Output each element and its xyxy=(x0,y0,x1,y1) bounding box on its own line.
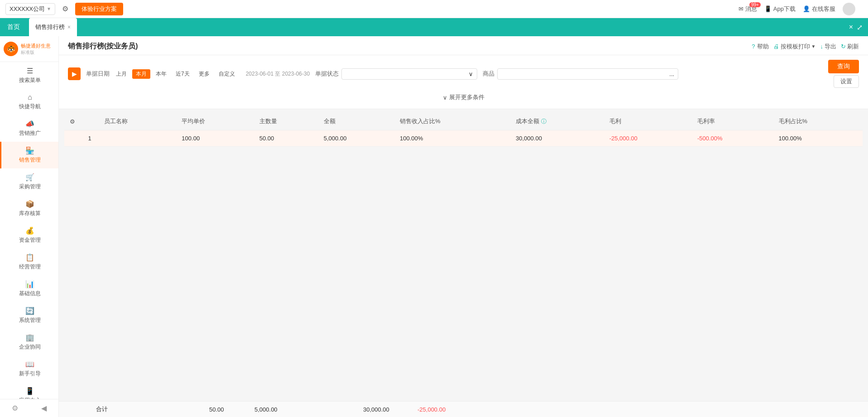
footer-cell-empty2 xyxy=(72,402,91,417)
avatar[interactable] xyxy=(843,3,855,15)
goods-filter: 商品 ... xyxy=(483,68,678,80)
date-tab-cur-month[interactable]: 本月 xyxy=(132,69,150,79)
cell-cost: 30,000.00 xyxy=(510,130,604,147)
help-label: 帮助 xyxy=(757,43,769,51)
status-select[interactable]: ∨ xyxy=(341,68,477,80)
status-filter: 单据状态 ∨ xyxy=(315,68,477,80)
tab-bar-right: × ⤢ xyxy=(849,23,868,32)
col-employee-name: 员工名称 xyxy=(99,113,176,130)
company-selector[interactable]: XXXXXX公司 ▼ xyxy=(5,3,55,15)
sidebar-settings-icon[interactable]: ⚙ xyxy=(12,404,18,412)
sidebar-collapse-icon[interactable]: ◀ xyxy=(41,404,47,412)
sidebar-item-label: 新手引导 xyxy=(19,370,41,378)
col-settings[interactable]: ⚙ xyxy=(64,113,81,130)
window-close-icon[interactable]: × xyxy=(849,23,853,31)
tab-home[interactable]: 首页 xyxy=(0,18,27,36)
settings-icon[interactable]: ⚙ xyxy=(59,3,72,15)
tab-close-icon[interactable]: × xyxy=(67,24,71,30)
sidebar-item-label: 基础信息 xyxy=(19,290,41,297)
refresh-button[interactable]: ↻ 刷新 xyxy=(841,43,859,51)
date-filter: 单据日期 上月 本月 本年 近7天 更多 自定义 xyxy=(86,69,239,79)
help-button[interactable]: ? 帮助 xyxy=(752,43,768,51)
header-actions: ? 帮助 🖨 按模板打印 ▼ ↓ 导出 ↻ 刷新 xyxy=(752,43,859,51)
message-button[interactable]: ✉ 消息 99+ xyxy=(739,5,757,13)
filter-toggle-btn[interactable]: ▶ xyxy=(68,67,81,80)
finance-icon: 💰 xyxy=(25,226,34,235)
sidebar-item-label: 库存核算 xyxy=(19,210,41,217)
filter-row: ▶ 单据日期 上月 本月 本年 近7天 更多 自定义 2023-06-01 至 xyxy=(68,60,859,88)
guide-icon: 📖 xyxy=(25,360,34,369)
sidebar-item-app-center[interactable]: 📱 应用中心 xyxy=(0,382,58,399)
operations-icon: 📋 xyxy=(25,253,34,262)
table-header-row: ⚙ 员工名称 平均单价 主数量 全额 销售收入占比% 成本全额 ⓘ 毛利 毛利率… xyxy=(64,113,863,130)
sales-icon: 🏪 xyxy=(25,146,34,155)
sidebar-item-quick-nav[interactable]: ⌂ 快捷导航 xyxy=(0,89,58,115)
date-tab-cur-year[interactable]: 本年 xyxy=(152,69,170,79)
print-button[interactable]: 🖨 按模板打印 ▼ xyxy=(773,43,816,51)
sidebar-item-marketing[interactable]: 📣 营销推广 xyxy=(0,115,58,142)
expand-more-wrap: ∨ 展开更多条件 xyxy=(68,91,859,104)
sidebar-item-sales[interactable]: 🏪 销售管理 xyxy=(0,142,58,168)
main-layout: 🐯 畅捷通好生意标准版 ☰ 搜索菜单 ⌂ 快捷导航 📣 营销推广 🏪 销售管理 … xyxy=(0,36,868,417)
sidebar-item-label: 资金管理 xyxy=(19,236,41,244)
trial-button[interactable]: 体验行业方案 xyxy=(75,3,123,15)
filter-settings-button[interactable]: 设置 xyxy=(834,75,859,88)
goods-more-icon: ... xyxy=(669,71,674,77)
date-label: 单据日期 xyxy=(86,70,110,78)
help-icon: ? xyxy=(752,43,755,50)
export-button[interactable]: ↓ 导出 xyxy=(820,43,837,51)
sidebar-bottom: ⚙ ◀ xyxy=(0,399,58,417)
status-label: 单据状态 xyxy=(315,70,339,78)
online-service-label: 在线客服 xyxy=(812,5,835,13)
footer-cell-empty1 xyxy=(59,402,72,417)
sidebar-item-base-info[interactable]: 📊 基础信息 xyxy=(0,275,58,302)
sidebar-item-purchase[interactable]: 🛒 采购管理 xyxy=(0,168,58,195)
cost-info-icon[interactable]: ⓘ xyxy=(541,118,547,125)
date-tab-more[interactable]: 更多 xyxy=(195,69,213,79)
chevron-down-icon: ▼ xyxy=(47,6,51,11)
sidebar-item-label: 销售管理 xyxy=(19,156,41,164)
sidebar-item-search[interactable]: ☰ 搜索菜单 xyxy=(0,62,58,89)
table-head: ⚙ 员工名称 平均单价 主数量 全额 销售收入占比% 成本全额 ⓘ 毛利 毛利率… xyxy=(64,113,863,130)
sidebar-item-guide[interactable]: 📖 新手引导 xyxy=(0,355,58,382)
col-cost: 成本全额 ⓘ xyxy=(510,113,604,130)
data-table: ⚙ 员工名称 平均单价 主数量 全额 销售收入占比% 成本全额 ⓘ 毛利 毛利率… xyxy=(64,113,863,147)
app-center-icon: 📱 xyxy=(25,387,34,395)
sidebar-item-enterprise[interactable]: 🏢 企业协同 xyxy=(0,329,58,355)
app-download-label: App下载 xyxy=(773,5,796,13)
tab-sales-ranking[interactable]: 销售排行榜 × xyxy=(29,18,77,36)
goods-select[interactable]: ... xyxy=(497,68,678,80)
expand-label: 展开更多条件 xyxy=(449,93,484,101)
col-rank xyxy=(81,113,99,130)
col-sales-pct: 销售收入占比% xyxy=(394,113,510,130)
date-tab-custom[interactable]: 自定义 xyxy=(215,69,239,79)
app-download-button[interactable]: 📱 App下载 xyxy=(764,5,796,13)
footer-amount: 5,000.00 xyxy=(249,402,303,417)
expand-icon: ∨ xyxy=(443,94,447,101)
inventory-icon: 📦 xyxy=(25,200,34,208)
cell-sales-pct: 100.00% xyxy=(394,130,510,147)
footer-gross-pct xyxy=(521,402,868,417)
footer-row: 合计 50.00 5,000.00 30,000.00 -25,000.00 xyxy=(59,402,868,417)
footer-table: 合计 50.00 5,000.00 30,000.00 -25,000.00 xyxy=(59,402,868,417)
refresh-label: 刷新 xyxy=(847,43,859,51)
cell-gross-rate: -500.00% xyxy=(692,130,773,147)
cell-amount: 5,000.00 xyxy=(318,130,394,147)
top-right-area: ✉ 消息 99+ 📱 App下载 👤 在线客服 xyxy=(739,3,863,15)
window-expand-icon[interactable]: ⤢ xyxy=(857,23,863,32)
system-icon: 🔄 xyxy=(25,307,34,315)
date-tab-prev-month[interactable]: 上月 xyxy=(112,69,130,79)
sidebar-item-label: 营销推广 xyxy=(19,129,41,137)
sidebar-item-operations[interactable]: 📋 经营管理 xyxy=(0,249,58,275)
online-service-button[interactable]: 👤 在线客服 xyxy=(803,5,835,13)
sidebar-item-system[interactable]: 🔄 系统管理 xyxy=(0,302,58,329)
query-button[interactable]: 查询 xyxy=(828,60,859,73)
sidebar-item-finance[interactable]: 💰 资金管理 xyxy=(0,222,58,249)
page-header: 销售排行榜(按业务员) ? 帮助 🖨 按模板打印 ▼ ↓ 导出 ↻ 刷新 xyxy=(59,36,868,55)
expand-more-button[interactable]: ∨ 展开更多条件 xyxy=(68,91,859,104)
date-tab-7days[interactable]: 近7天 xyxy=(172,69,193,79)
home-icon: ⌂ xyxy=(28,93,32,101)
sidebar-item-inventory[interactable]: 📦 库存核算 xyxy=(0,195,58,222)
cell-settings xyxy=(64,130,81,147)
status-chevron-icon: ∨ xyxy=(469,71,473,77)
